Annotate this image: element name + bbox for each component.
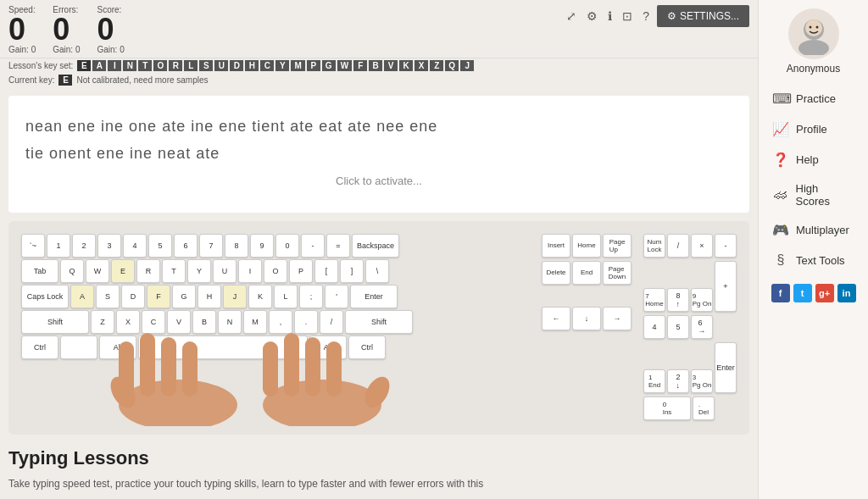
key-y[interactable]: Y bbox=[187, 259, 211, 283]
practice-area[interactable]: nean ene ine one ate ine ene tient ate e… bbox=[8, 96, 749, 213]
key-right[interactable]: → bbox=[603, 307, 632, 330]
key-2[interactable]: 2 bbox=[72, 234, 96, 258]
key-num-mult[interactable]: × bbox=[691, 234, 713, 258]
key-b[interactable]: B bbox=[192, 310, 216, 334]
key-backspace[interactable]: Backspace bbox=[352, 234, 399, 258]
key-8[interactable]: 8 bbox=[225, 234, 248, 258]
key-num3[interactable]: 3Pg On bbox=[691, 369, 713, 393]
key-g[interactable]: G bbox=[172, 285, 196, 308]
sidebar-item-text-tools[interactable]: § Text Tools bbox=[762, 246, 865, 274]
text-format-icon[interactable]: ℹ bbox=[605, 8, 615, 25]
key-x[interactable]: X bbox=[116, 310, 140, 334]
key-numdel[interactable]: .Del bbox=[693, 396, 715, 420]
key-5[interactable]: 5 bbox=[148, 234, 172, 258]
key-space[interactable] bbox=[138, 335, 308, 359]
key-left[interactable]: ← bbox=[542, 307, 570, 330]
key-num-slash[interactable]: / bbox=[667, 234, 689, 258]
key-num9[interactable]: 9Pg On bbox=[691, 288, 713, 312]
key-c[interactable]: C bbox=[142, 310, 165, 334]
key-n[interactable]: N bbox=[218, 310, 242, 334]
key-enter[interactable]: Enter bbox=[350, 285, 398, 308]
key-insert[interactable]: Insert bbox=[542, 234, 570, 258]
key-rctrl[interactable]: Ctrl bbox=[348, 335, 386, 359]
key-num7[interactable]: 7Home bbox=[643, 288, 665, 312]
key-lshift[interactable]: Shift bbox=[21, 310, 89, 334]
key-delete[interactable]: Delete bbox=[542, 261, 570, 285]
key-k[interactable]: K bbox=[248, 285, 272, 308]
key-home[interactable]: Home bbox=[572, 234, 601, 258]
sidebar-item-practice[interactable]: ⌨ Practice bbox=[762, 84, 865, 114]
help-circle-icon[interactable]: ? bbox=[640, 8, 652, 25]
key-u[interactable]: U bbox=[213, 259, 236, 283]
key-7[interactable]: 7 bbox=[199, 234, 223, 258]
key-equals[interactable]: = bbox=[326, 234, 350, 258]
key-semicolon[interactable]: ; bbox=[299, 285, 323, 308]
sidebar-item-high-scores[interactable]: 🏎 High Scores bbox=[762, 175, 865, 214]
key-num-plus[interactable]: + bbox=[715, 261, 737, 312]
key-0[interactable]: 0 bbox=[275, 234, 299, 258]
key-i[interactable]: I bbox=[238, 259, 262, 283]
sidebar-item-help[interactable]: ❓ Help bbox=[762, 145, 865, 175]
key-num-minus[interactable]: - bbox=[715, 234, 737, 258]
key-pagedown[interactable]: PageDown bbox=[603, 261, 632, 285]
key-pageup[interactable]: PageUp bbox=[603, 234, 632, 258]
key-t[interactable]: T bbox=[162, 259, 186, 283]
linkedin-icon[interactable]: in bbox=[837, 284, 856, 302]
settings-button[interactable]: ⚙ SETTINGS... bbox=[657, 5, 749, 27]
key-lalt[interactable]: Alt bbox=[99, 335, 136, 359]
key-ralt[interactable]: Alt bbox=[309, 335, 347, 359]
key-num1[interactable]: 1End bbox=[643, 369, 665, 393]
key-1[interactable]: 1 bbox=[47, 234, 70, 258]
googleplus-icon[interactable]: g+ bbox=[815, 284, 834, 302]
sidebar-item-multiplayer[interactable]: 🎮 Multiplayer bbox=[762, 215, 865, 245]
key-backslash[interactable]: \ bbox=[365, 259, 389, 283]
key-m[interactable]: M bbox=[243, 310, 267, 334]
key-tab[interactable]: Tab bbox=[21, 259, 58, 283]
key-rshift[interactable]: Shift bbox=[345, 310, 413, 334]
facebook-icon[interactable]: f bbox=[771, 284, 790, 302]
key-o[interactable]: O bbox=[264, 259, 287, 283]
key-comma[interactable]: , bbox=[269, 310, 292, 334]
resize-icon[interactable]: ⊡ bbox=[620, 8, 635, 25]
key-q[interactable]: Q bbox=[60, 259, 84, 283]
click-to-activate[interactable]: Click to activate... bbox=[25, 175, 732, 187]
key-f[interactable]: F bbox=[147, 285, 170, 308]
key-numlock[interactable]: NumLock bbox=[643, 234, 665, 258]
key-backtick[interactable]: `~ bbox=[21, 234, 45, 258]
key-lbracket[interactable]: [ bbox=[314, 259, 338, 283]
key-num0[interactable]: 0Ins bbox=[643, 396, 691, 420]
key-w[interactable]: W bbox=[86, 259, 109, 283]
key-minus[interactable]: - bbox=[301, 234, 325, 258]
key-s[interactable]: S bbox=[96, 285, 120, 308]
key-num6[interactable]: 6→ bbox=[691, 315, 713, 339]
key-3[interactable]: 3 bbox=[97, 234, 121, 258]
key-h[interactable]: H bbox=[198, 285, 221, 308]
key-rbracket[interactable]: ] bbox=[340, 259, 364, 283]
sidebar-item-profile[interactable]: 📈 Profile bbox=[762, 114, 865, 144]
key-num5[interactable]: 5 bbox=[667, 315, 689, 339]
key-e[interactable]: E bbox=[111, 259, 135, 283]
key-lctrl[interactable]: Ctrl bbox=[21, 335, 58, 359]
key-numenter[interactable]: Enter bbox=[715, 342, 737, 393]
key-lwin[interactable] bbox=[60, 335, 97, 359]
key-a[interactable]: A bbox=[70, 285, 94, 308]
key-num8[interactable]: 8↑ bbox=[667, 288, 689, 312]
key-6[interactable]: 6 bbox=[174, 234, 198, 258]
key-l[interactable]: L bbox=[274, 285, 298, 308]
key-capslock[interactable]: Caps Lock bbox=[21, 285, 69, 308]
key-v[interactable]: V bbox=[167, 310, 191, 334]
twitter-icon[interactable]: t bbox=[793, 284, 812, 302]
key-j[interactable]: J bbox=[223, 285, 247, 308]
settings-gear-icon[interactable]: ⚙ bbox=[584, 8, 600, 25]
key-9[interactable]: 9 bbox=[250, 234, 274, 258]
key-d[interactable]: D bbox=[121, 285, 145, 308]
key-end[interactable]: End bbox=[572, 261, 601, 285]
key-r[interactable]: R bbox=[136, 259, 160, 283]
key-quote[interactable]: ' bbox=[325, 285, 348, 308]
key-period[interactable]: . bbox=[294, 310, 318, 334]
key-4[interactable]: 4 bbox=[123, 234, 147, 258]
key-slash[interactable]: / bbox=[320, 310, 343, 334]
key-num4[interactable]: 4 bbox=[643, 315, 665, 339]
key-down[interactable]: ↓ bbox=[572, 307, 601, 330]
key-p[interactable]: P bbox=[289, 259, 313, 283]
